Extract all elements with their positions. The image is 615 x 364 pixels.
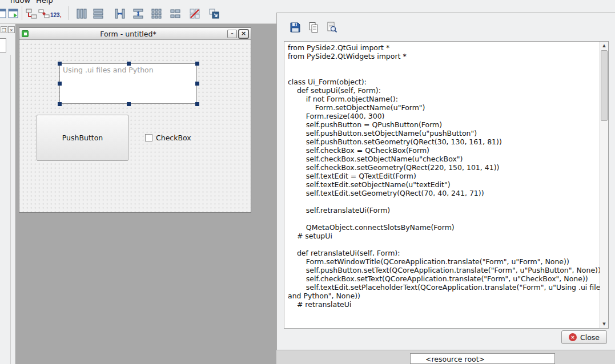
find-icon[interactable] (325, 21, 339, 35)
checkbox-label: CheckBox (156, 134, 191, 142)
save-icon[interactable] (288, 21, 302, 35)
tab-order-label: 123 (50, 12, 60, 18)
scroll-down-arrow[interactable]: ▼ (600, 320, 608, 328)
resource-root-item[interactable]: <resource root> (425, 355, 485, 363)
toolbar-separator (22, 6, 22, 20)
copy-icon[interactable] (307, 21, 320, 35)
close-button[interactable]: × (239, 30, 248, 38)
selection-handle[interactable] (58, 82, 62, 86)
resource-browser: <resource root> (410, 353, 555, 364)
adjust-size-icon[interactable] (208, 7, 220, 20)
selection-handle[interactable] (195, 62, 199, 66)
selection-handle[interactable] (58, 102, 62, 106)
selection-handle[interactable] (58, 62, 62, 66)
form-titlebar[interactable]: Form - untitled* - × (19, 28, 251, 40)
layout-form-icon[interactable] (169, 7, 182, 20)
dock-close-icon[interactable]: × (8, 26, 15, 33)
menu-window[interactable]: ndow (10, 0, 30, 5)
pushbutton-widget[interactable]: PushButton (37, 115, 128, 161)
form-canvas[interactable]: Using .ui files and Python PushButton Ch… (19, 41, 251, 212)
selection-handle[interactable] (195, 102, 199, 106)
menu-help[interactable]: Help (36, 0, 53, 5)
code-editor[interactable]: from PySide2.QtGui import * from PySide2… (284, 41, 609, 329)
scroll-up-arrow[interactable]: ▲ (600, 42, 608, 50)
new-form-icon[interactable] (0, 7, 7, 20)
textedit-placeholder: Using .ui files and Python (63, 66, 154, 74)
form-window-title: Form - untitled* (31, 30, 226, 38)
edit-tab-order-icon[interactable]: 123, (50, 9, 65, 21)
panel-divider (10, 55, 11, 364)
toolbar-separator (69, 6, 69, 20)
widget-box-panel: ❐ × (0, 24, 16, 364)
layout-vertical-splitter-icon[interactable] (132, 7, 144, 20)
save-form-icon[interactable] (7, 7, 20, 20)
edit-signals-slots-icon[interactable] (25, 7, 38, 20)
dock-float-icon[interactable]: ❐ (1, 26, 7, 33)
scrollbar-thumb[interactable] (601, 50, 608, 121)
code-text: from PySide2.QtGui import * from PySide2… (288, 43, 598, 309)
close-button-label: Close (580, 333, 600, 342)
selection-handle[interactable] (127, 62, 131, 66)
tab-order-comma: , (60, 12, 62, 18)
layout-horizontal-splitter-icon[interactable] (114, 7, 126, 20)
edit-buddies-icon[interactable] (38, 7, 50, 20)
textedit-widget[interactable]: Using .ui files and Python (59, 63, 197, 104)
checkbox-widget[interactable]: CheckBox (145, 126, 203, 149)
widget-filter-input[interactable] (0, 38, 6, 52)
layout-vertical-icon[interactable] (92, 7, 104, 20)
layout-horizontal-icon[interactable] (75, 7, 88, 20)
selection-handle[interactable] (195, 82, 199, 86)
close-circle-icon: × (569, 333, 577, 341)
checkbox-indicator[interactable] (145, 134, 152, 141)
designer-form-icon (22, 30, 29, 37)
minimize-button[interactable]: - (227, 30, 237, 38)
layout-grid-icon[interactable] (150, 7, 163, 20)
form-window: Form - untitled* - × Using .ui files and… (19, 27, 251, 213)
close-dialog-button[interactable]: × Close (561, 330, 607, 344)
code-preview-dialog: from PySide2.QtGui import * from PySide2… (276, 13, 615, 350)
selection-handle[interactable] (127, 102, 131, 106)
break-layout-icon[interactable] (188, 7, 201, 20)
vertical-scrollbar[interactable]: ▲ ▼ (600, 42, 608, 328)
